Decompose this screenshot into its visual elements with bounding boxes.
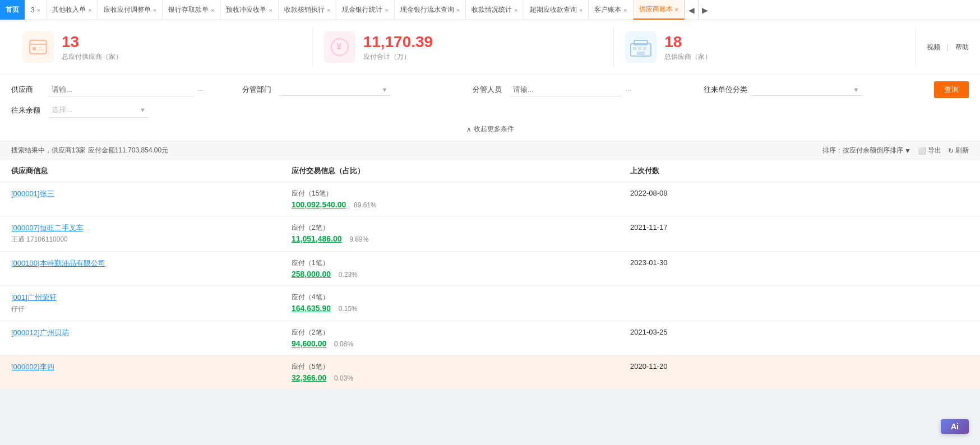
table-row: [000002]李四 应付（5笔） 32,366.00 0.03% 2020-1… xyxy=(0,355,980,390)
nav-tab-bank-close[interactable]: × xyxy=(211,7,214,13)
tx-label-1: 应付（2笔） xyxy=(292,223,630,233)
nav-tab-cash-stat[interactable]: 现金银行统计 × xyxy=(336,0,394,20)
nav-tab-customer-ledger[interactable]: 客户账本 × xyxy=(589,0,633,20)
total-suppliers-label: 总供应商（家） xyxy=(664,52,711,62)
refresh-button[interactable]: ↻ 刷新 xyxy=(948,146,969,155)
nav-tab-receipt-stat-close[interactable]: × xyxy=(514,7,517,13)
filter-item-supplier: 供应商 ··· xyxy=(11,83,233,96)
nav-tab-overdue[interactable]: 超期应收款查询 × xyxy=(524,0,589,20)
nav-tab-receipt-stat[interactable]: 收款情况统计 × xyxy=(466,0,524,20)
payable-suppliers-number: 13 xyxy=(62,33,122,52)
balance-select-text: 选择... xyxy=(52,105,140,115)
nav-tab-3[interactable]: 3 × xyxy=(25,0,47,20)
nav-next-arrow[interactable]: ▶ xyxy=(698,0,711,20)
tx-label-4: 应付（2笔） xyxy=(292,328,630,337)
supplier-link-3[interactable]: [001]广州荣轩 xyxy=(11,293,292,303)
balance-filter-label: 往来余额 xyxy=(11,105,45,115)
nav-tab-ar-adjust[interactable]: 应收应付调整单 × xyxy=(98,0,163,20)
tx-amount-4[interactable]: 94,600.00 xyxy=(292,339,326,348)
svg-rect-4 xyxy=(38,49,44,50)
supplier-link-0[interactable]: [000001]张三 xyxy=(11,189,292,199)
tx-cell-1: 应付（2笔） 11,051,486.00 9.89% xyxy=(292,223,630,243)
payable-total-icon: ¥ xyxy=(324,31,355,63)
supplier-link-2[interactable]: [000100]本特勤油品有限公司 xyxy=(11,258,292,268)
svg-rect-9 xyxy=(633,47,636,50)
nav-tab-home[interactable]: 首页 xyxy=(0,0,25,20)
tx-cell-0: 应付（15笔） 100,092,540.00 89.61% xyxy=(292,189,630,209)
nav-tab-home-label: 首页 xyxy=(6,5,19,15)
nav-tab-other-income[interactable]: 其他收入单 × xyxy=(47,0,98,20)
dept-filter-label: 分管部门 xyxy=(242,85,276,95)
nav-tab-cash-flow[interactable]: 现金银行流水查询 × xyxy=(395,0,466,20)
nav-tab-receipt[interactable]: 收款核销执行 × xyxy=(279,0,336,20)
nav-tab-prepay-close[interactable]: × xyxy=(269,7,272,13)
supplier-link-4[interactable]: [000012]广州贝瑞 xyxy=(11,328,292,338)
nav-tab-other-income-close[interactable]: × xyxy=(88,7,91,13)
nav-tab-receipt-label: 收款核销执行 xyxy=(284,5,325,15)
nav-tab-bank[interactable]: 银行存取款单 × xyxy=(163,0,220,20)
nav-tab-cash-flow-close[interactable]: × xyxy=(456,7,460,13)
tx-amount-5[interactable]: 32,366.00 xyxy=(292,373,326,382)
tx-amount-3[interactable]: 164,635.90 xyxy=(292,304,331,313)
filter-bar: 供应商 ··· 分管部门 ▼ 分管人员 ··· 往来单位分类 ▼ 查询 往来 xyxy=(0,75,980,141)
nav-tab-3-close[interactable]: × xyxy=(37,7,40,13)
export-button[interactable]: ⬜ 导出 xyxy=(918,146,941,155)
nav-tab-customer-ledger-close[interactable]: × xyxy=(623,7,627,13)
last-pay-1: 2021-11-17 xyxy=(630,223,969,231)
person-filter-dots[interactable]: ··· xyxy=(625,85,632,94)
table-header: 供应商信息 应付交易信息（占比） 上次付数 xyxy=(0,160,980,182)
supplier-cell-3: [001]广州荣轩 仔仔 xyxy=(11,293,292,314)
result-bar: 搜索结果中，供应商13家 应付金额111,703,854.00元 排序：按应付余… xyxy=(0,141,980,160)
nav-tab-prepay-label: 预收冲应收单 xyxy=(226,5,266,15)
nav-tab-overdue-close[interactable]: × xyxy=(579,7,583,13)
dept-chevron-icon: ▼ xyxy=(382,86,388,93)
dept-filter-select[interactable]: ▼ xyxy=(279,84,391,96)
nav-tab-receipt-stat-label: 收款情况统计 xyxy=(471,5,512,15)
tx-cell-3: 应付（4笔） 164,635.90 0.15% xyxy=(292,293,630,313)
tx-amount-2[interactable]: 258,000.00 xyxy=(292,270,331,279)
video-link[interactable]: 视频 xyxy=(927,43,940,52)
svg-rect-11 xyxy=(643,47,646,50)
total-suppliers-number: 18 xyxy=(664,33,711,52)
collapse-up-icon: ∧ xyxy=(466,126,471,133)
summary-actions: 视频 | 帮助 xyxy=(916,43,969,52)
supplier-filter-dots[interactable]: ··· xyxy=(197,85,204,94)
sort-button[interactable]: 排序：按应付余额倒序排序 ▼ xyxy=(822,146,911,155)
nav-tab-supplier-ledger[interactable]: 供应商账本 × xyxy=(634,0,685,20)
nav-tab-ar-adjust-close[interactable]: × xyxy=(153,7,156,13)
balance-filter-select[interactable]: 选择... ▼ xyxy=(48,103,149,118)
filter-item-person: 分管人员 ··· xyxy=(473,83,695,96)
table-body: [000001]张三 应付（15笔） 100,092,540.00 89.61%… xyxy=(0,182,980,390)
tx-label-0: 应付（15笔） xyxy=(292,189,630,198)
summary-info-payable-suppliers: 13 总应付供应商（家） xyxy=(62,33,122,62)
payable-suppliers-label: 总应付供应商（家） xyxy=(62,52,122,62)
tx-amount-1[interactable]: 11,051,486.00 xyxy=(292,234,342,243)
tx-label-2: 应付（1笔） xyxy=(292,258,630,268)
nav-prev-arrow[interactable]: ◀ xyxy=(685,0,698,20)
nav-tab-receipt-close[interactable]: × xyxy=(327,7,330,13)
nav-tab-cash-stat-close[interactable]: × xyxy=(385,7,388,13)
person-filter-label: 分管人员 xyxy=(473,85,506,95)
supplier-link-5[interactable]: [000002]李四 xyxy=(11,362,292,372)
person-filter-input[interactable] xyxy=(510,83,622,96)
filter-item-category: 往来单位分类 ▼ xyxy=(704,84,926,96)
summary-card-total-suppliers: 18 总供应商（家） xyxy=(614,27,916,67)
supplier-cell-4: [000012]广州贝瑞 xyxy=(11,328,292,338)
supplier-link-1[interactable]: [000007]恒旺二手叉车 xyxy=(11,223,292,233)
tx-cell-4: 应付（2笔） 94,600.00 0.08% xyxy=(292,328,630,348)
help-link[interactable]: 帮助 xyxy=(955,43,969,52)
payable-total-label: 应付合计（万） xyxy=(363,52,433,62)
tx-amount-0[interactable]: 100,092,540.00 xyxy=(292,200,346,209)
nav-tab-prepay[interactable]: 预收冲应收单 × xyxy=(220,0,278,20)
col-header-last-pay: 上次付数 xyxy=(630,166,969,176)
col-header-supplier: 供应商信息 xyxy=(11,166,292,176)
tx-percent-2: 0.23% xyxy=(339,271,358,279)
nav-tab-supplier-ledger-close[interactable]: × xyxy=(675,6,678,13)
tx-percent-4: 0.08% xyxy=(334,340,353,348)
collapse-button[interactable]: ∧ 收起更多条件 xyxy=(11,122,969,136)
sort-label: 排序：按应付余额倒序排序 xyxy=(822,146,903,155)
query-button[interactable]: 查询 xyxy=(934,81,969,98)
export-label: 导出 xyxy=(928,146,941,155)
category-filter-select[interactable]: ▼ xyxy=(751,84,863,96)
supplier-filter-input[interactable] xyxy=(48,83,194,96)
